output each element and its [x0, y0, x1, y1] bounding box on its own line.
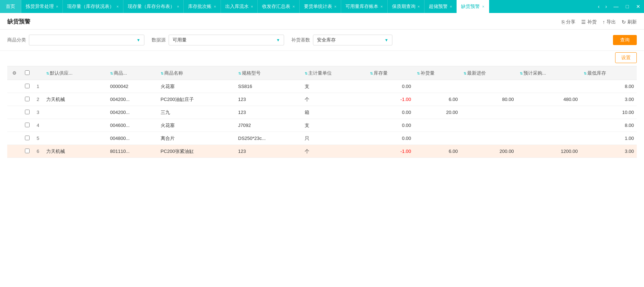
row-supplier: 力天机械 [43, 93, 107, 106]
refresh-button[interactable]: ↻ 刷新 [622, 19, 637, 25]
tab-inventory-status-close[interactable]: × [116, 4, 118, 9]
row-checkbox[interactable] [25, 136, 30, 140]
table-row[interactable]: 4004600...火花塞J7092支0.008.00 [7, 119, 637, 132]
row-name: PC200张紧油缸 [158, 145, 235, 158]
tab-picking[interactable]: 拣货异常处理 × [21, 0, 63, 13]
row-gear-cell [7, 93, 22, 106]
col-checkbox-header[interactable] [22, 66, 32, 80]
table-row[interactable]: 3004200...三九123箱0.0020.0010.00 [7, 106, 637, 119]
table-row[interactable]: 5004800...离合片DS250*23c...只0.001.00 [7, 132, 637, 145]
col-gear[interactable]: ⚙ [7, 66, 22, 80]
tab-home[interactable]: 首页 [0, 0, 21, 13]
row-checkbox-cell[interactable] [22, 106, 32, 119]
row-est-purchase [517, 106, 581, 119]
tab-expiry-close[interactable]: × [418, 4, 420, 9]
col-est-purchase-label: 预计采购... [523, 70, 546, 76]
datasource-select[interactable]: 可用量 ▼ [169, 35, 284, 45]
tab-inout-close[interactable]: × [251, 4, 253, 9]
table-body: 10000042火花塞SS816支0.008.002力天机械004200...P… [7, 80, 637, 158]
col-est-purchase[interactable]: ⇅预计采购... [517, 66, 581, 80]
table-row[interactable]: 10000042火花塞SS816支0.008.00 [7, 80, 637, 93]
row-latest-price [461, 132, 517, 145]
window-close[interactable]: ✕ [632, 0, 644, 13]
col-unit[interactable]: ⇅主计量单位 [302, 66, 367, 80]
category-filter-group: 商品分类 ▼ [7, 35, 144, 45]
tab-shortage[interactable]: 缺货预警 × [457, 0, 489, 13]
datasource-filter-group: 数据源 可用量 ▼ [152, 35, 284, 45]
gear-settings-icon[interactable]: ⚙ [12, 70, 17, 76]
sort-min-stock-icon: ⇅ [584, 71, 587, 75]
window-maximize[interactable]: □ [622, 0, 632, 13]
export-button[interactable]: ↑ 导出 [602, 19, 616, 25]
row-checkbox[interactable] [25, 84, 30, 88]
row-checkbox[interactable] [25, 97, 30, 101]
tab-order-stats-close[interactable]: × [334, 4, 336, 9]
row-stock: 0.00 [367, 80, 414, 93]
tab-available[interactable]: 可用量库存账本 × [341, 0, 387, 13]
row-replenish [414, 119, 461, 132]
row-checkbox-cell[interactable] [22, 93, 32, 106]
col-min-stock[interactable]: ⇅最低库存 [581, 66, 637, 80]
nav-arrow-right[interactable]: › [602, 0, 610, 13]
col-stock[interactable]: ⇅库存量 [367, 66, 414, 80]
table-row[interactable]: 6力天机械801110...PC200张紧油缸123个-1.006.00200.… [7, 145, 637, 158]
tab-expiry[interactable]: 保质期查询 × [388, 0, 425, 13]
col-supplier[interactable]: ⇅默认供应... [43, 66, 107, 80]
tab-summary-close[interactable]: × [292, 4, 295, 9]
col-spec[interactable]: ⇅规格型号 [235, 66, 302, 80]
table-row[interactable]: 2力天机械004200...PC200油缸庄子123个-1.006.0080.0… [7, 93, 637, 106]
restock-select[interactable]: 安全库存 ▼ [313, 35, 392, 45]
tab-summary[interactable]: 收发存汇总表 × [258, 0, 299, 13]
row-checkbox[interactable] [25, 123, 30, 127]
category-select[interactable]: ▼ [29, 35, 144, 45]
row-code: 004200... [107, 93, 158, 106]
row-stock: 0.00 [367, 106, 414, 119]
row-checkbox[interactable] [25, 110, 30, 114]
row-checkbox-cell[interactable] [22, 80, 32, 93]
row-latest-price [461, 106, 517, 119]
select-all-checkbox[interactable] [25, 70, 30, 75]
row-number: 4 [32, 119, 43, 132]
row-spec: DS250*23c... [235, 132, 302, 145]
row-replenish: 6.00 [414, 145, 461, 158]
tab-inventory-dist-close[interactable]: × [177, 4, 179, 9]
tab-batch[interactable]: 库存批次账 × [184, 0, 221, 13]
col-latest-price[interactable]: ⇅最新进价 [461, 66, 517, 80]
tab-inventory-dist[interactable]: 现存量（库存分布表） × [123, 0, 184, 13]
export-icon: ↑ [602, 19, 605, 25]
row-est-purchase [517, 132, 581, 145]
query-button[interactable]: 查询 [613, 35, 637, 45]
row-checkbox-cell[interactable] [22, 145, 32, 158]
export-label: 导出 [606, 19, 616, 25]
window-minimize[interactable]: — [610, 0, 622, 13]
row-checkbox-cell[interactable] [22, 119, 32, 132]
share-button[interactable]: ⎘ 分享 [562, 19, 575, 25]
tab-inout-label: 出入库流水 [225, 3, 249, 10]
table-header: ⚙ ⇅默认供应... ⇅商品... ⇅商品名称 ⇅规格型号 ⇅主计量单位 ⇅库存… [7, 66, 637, 80]
row-checkbox[interactable] [25, 149, 30, 153]
col-replenish[interactable]: ⇅补货量 [414, 66, 461, 80]
tab-overstock-close[interactable]: × [450, 4, 452, 9]
row-min-stock: 10.00 [581, 106, 637, 119]
tab-inout[interactable]: 出入库流水 × [221, 0, 258, 13]
col-supplier-label: 默认供应... [50, 70, 73, 76]
col-name[interactable]: ⇅商品名称 [158, 66, 235, 80]
row-latest-price: 80.00 [461, 93, 517, 106]
tab-order-stats[interactable]: 要货单统计表 × [300, 0, 341, 13]
tab-picking-close[interactable]: × [56, 4, 58, 9]
share-icon: ⎘ [562, 19, 565, 25]
tab-batch-close[interactable]: × [214, 4, 216, 9]
settings-button[interactable]: 设置 [615, 52, 637, 63]
tab-available-close[interactable]: × [380, 4, 383, 9]
col-code[interactable]: ⇅商品... [107, 66, 158, 80]
replenish-button[interactable]: ☰ 补货 [581, 19, 597, 25]
row-number: 2 [32, 93, 43, 106]
tab-overstock[interactable]: 超储预警 × [425, 0, 457, 13]
row-gear-cell [7, 80, 22, 93]
col-name-label: 商品名称 [164, 70, 183, 76]
page-header: 缺货预警 ⎘ 分享 ☰ 补货 ↑ 导出 ↻ 刷新 [0, 13, 644, 30]
nav-arrow-left[interactable]: ‹ [595, 0, 602, 13]
tab-shortage-close[interactable]: × [482, 4, 484, 9]
row-checkbox-cell[interactable] [22, 132, 32, 145]
tab-inventory-status[interactable]: 现存量（库存状况表） × [63, 0, 123, 13]
